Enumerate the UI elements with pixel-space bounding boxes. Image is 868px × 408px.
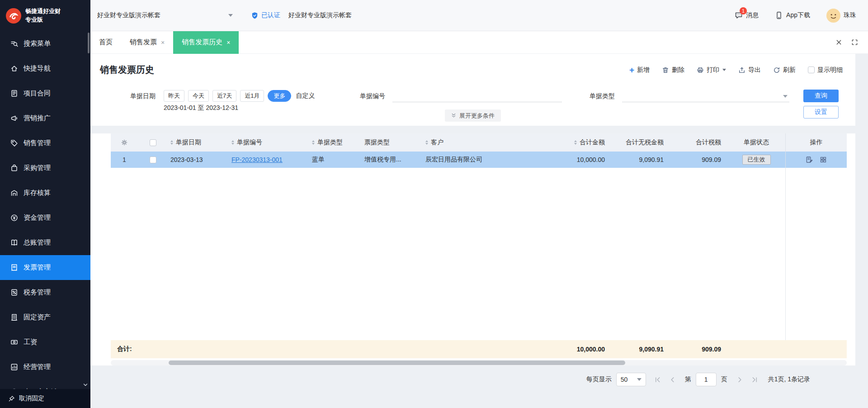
sidebar-item-label: 发票管理 <box>24 263 51 272</box>
horizontal-scrollbar[interactable] <box>111 360 847 365</box>
show-detail-toggle[interactable]: 显示明细 <box>808 66 843 74</box>
sidebar-item-label: 快捷导航 <box>24 64 51 73</box>
export-button[interactable]: 导出 <box>738 66 761 74</box>
search-button[interactable]: 查询 <box>803 90 839 102</box>
chevron-down-icon <box>228 14 233 17</box>
sidebar-item-quick-nav[interactable]: 快捷导航 <box>0 56 90 81</box>
unpin-sidebar-button[interactable]: 取消固定 <box>0 389 90 408</box>
quick-more-selected[interactable]: 更多 <box>268 90 291 102</box>
doc-type-select[interactable] <box>622 89 789 102</box>
app-download-button[interactable]: App下载 <box>775 11 810 19</box>
doc-no-input[interactable] <box>392 89 562 102</box>
sidebar-item-salary[interactable]: 工资 <box>0 330 90 355</box>
add-button[interactable]: + 新增 <box>629 66 650 74</box>
first-page-icon[interactable] <box>654 376 661 383</box>
quick-last-month[interactable]: 近1月 <box>240 90 264 102</box>
prev-page-icon[interactable] <box>669 376 676 383</box>
header-label: 操作 <box>810 138 823 147</box>
building-icon <box>10 313 18 321</box>
settings-button[interactable]: 设置 <box>803 106 839 119</box>
tab-sales-invoice[interactable]: 销售发票 × <box>121 31 173 54</box>
sort-icon <box>312 140 315 145</box>
tab-sales-invoice-history[interactable]: 销售发票历史 × <box>173 31 239 54</box>
account-set-selector[interactable]: 好业财专业版演示帐套 <box>97 11 233 19</box>
show-detail-checkbox[interactable] <box>808 66 815 73</box>
doc-no-link[interactable]: FP-20230313-001 <box>231 156 283 163</box>
header-total-amount[interactable]: 合计金额 <box>556 133 611 152</box>
sidebar-item-label: 搜索菜单 <box>24 39 51 48</box>
row-edit-doc-icon[interactable] <box>806 156 813 163</box>
sidebar-item-inventory[interactable]: 库存核算 <box>0 180 90 205</box>
select-all-checkbox[interactable] <box>150 139 156 146</box>
header-invoice-type[interactable]: 票据类型 <box>362 133 423 152</box>
sidebar-item-sales[interactable]: 销售管理 <box>0 131 90 156</box>
sidebar-item-label: 库存核算 <box>24 189 51 197</box>
last-page-icon[interactable] <box>751 376 758 383</box>
sidebar-item-fixed-assets[interactable]: 固定资产 <box>0 305 90 330</box>
quick-custom[interactable]: 自定义 <box>295 90 316 101</box>
cell-total-amount: 10,000.00 <box>556 152 611 168</box>
row-checkbox[interactable] <box>150 157 156 163</box>
user-name: 珠珠 <box>844 11 856 19</box>
expand-more-label: 展开更多条件 <box>459 112 495 120</box>
table-panel: 单据日期 单据编号 单据类型 票据类型 客户 <box>90 133 855 365</box>
sidebar-item-operations[interactable]: 经营管理 <box>0 355 90 380</box>
app-logo: 畅捷通好业财 专业版 <box>0 0 90 31</box>
sidebar-item-purchase[interactable]: 采购管理 <box>0 156 90 180</box>
sidebar-item-search-menu[interactable]: 搜索菜单 <box>0 31 90 56</box>
next-page-icon[interactable] <box>736 376 743 383</box>
refresh-button[interactable]: 刷新 <box>773 66 796 74</box>
print-button[interactable]: 打印 <box>697 66 726 74</box>
user-menu[interactable]: 珠珠 <box>826 9 856 23</box>
cell-total-no-tax: 9,090.91 <box>611 152 670 168</box>
tab-close-icon[interactable]: × <box>161 39 165 46</box>
messages-button[interactable]: 1 消息 <box>735 11 759 19</box>
invoice-icon <box>10 264 18 271</box>
header-doc-no[interactable]: 单据编号 <box>229 133 309 152</box>
row-checkbox-cell <box>138 152 168 168</box>
close-all-tabs-icon[interactable] <box>835 39 842 46</box>
certified-badge[interactable]: 已认证 <box>251 11 280 19</box>
tab-home[interactable]: 首页 <box>90 31 121 54</box>
quick-last7days[interactable]: 近7天 <box>212 90 236 102</box>
sidebar-item-label: 项目合同 <box>24 89 51 98</box>
sidebar-item-project-contract[interactable]: 项目合同 <box>0 81 90 106</box>
header-total-no-tax[interactable]: 合计无税金额 <box>611 133 670 152</box>
sidebar-item-invoice[interactable]: 发票管理 <box>0 255 90 280</box>
sort-icon <box>574 140 577 145</box>
header-doc-type[interactable]: 单据类型 <box>309 133 362 152</box>
horizontal-scrollbar-thumb[interactable] <box>169 361 625 365</box>
header-label: 客户 <box>431 138 443 147</box>
doc-no-label: 单据编号 <box>360 92 385 100</box>
page-prefix: 第 <box>685 375 691 384</box>
cell-invoice-type: 增值税专用... <box>362 152 423 168</box>
sidebar-item-general-ledger[interactable]: 总账管理 <box>0 230 90 255</box>
sidebar-item-miniapp[interactable]: 小程序商城 <box>0 380 90 389</box>
header-total-tax[interactable]: 合计税额 <box>670 133 727 152</box>
sidebar-item-marketing[interactable]: 营销推广 <box>0 106 90 131</box>
sidebar-scrollbar[interactable] <box>88 33 90 53</box>
tab-close-icon[interactable]: × <box>226 39 230 46</box>
per-page-select[interactable]: 50 <box>616 373 646 386</box>
fullscreen-icon[interactable] <box>851 39 858 46</box>
date-quick-options: 昨天 今天 近7天 近1月 更多 自定义 <box>164 90 316 102</box>
header-status[interactable]: 单据状态 <box>727 133 785 152</box>
cell-customer: 辰宏日用品有限公司 <box>423 152 556 168</box>
header-doc-date[interactable]: 单据日期 <box>168 133 229 152</box>
delete-button[interactable]: 删除 <box>662 66 684 74</box>
table-row[interactable]: 1 2023-03-13 FP-20230313-001 蓝单 增值税专用...… <box>111 152 847 168</box>
sidebar-scroll-down-icon[interactable] <box>83 381 88 388</box>
page-number-input[interactable] <box>696 373 717 386</box>
quick-today[interactable]: 今天 <box>188 90 209 102</box>
quick-yesterday[interactable]: 昨天 <box>164 90 184 102</box>
status-badge: 已生效 <box>742 155 771 165</box>
date-range-value[interactable]: 2023-01-01 至 2023-12-31 <box>164 104 238 112</box>
chart-icon <box>10 363 18 371</box>
sidebar-item-tax[interactable]: 税务管理 <box>0 280 90 305</box>
sidebar-item-funds[interactable]: 资金管理 <box>0 205 90 230</box>
row-more-grid-icon[interactable] <box>820 156 827 163</box>
column-settings-button[interactable] <box>111 133 138 152</box>
messages-count-badge: 1 <box>740 7 747 14</box>
header-customer[interactable]: 客户 <box>423 133 556 152</box>
expand-more-conditions-button[interactable]: 展开更多条件 <box>445 109 501 122</box>
